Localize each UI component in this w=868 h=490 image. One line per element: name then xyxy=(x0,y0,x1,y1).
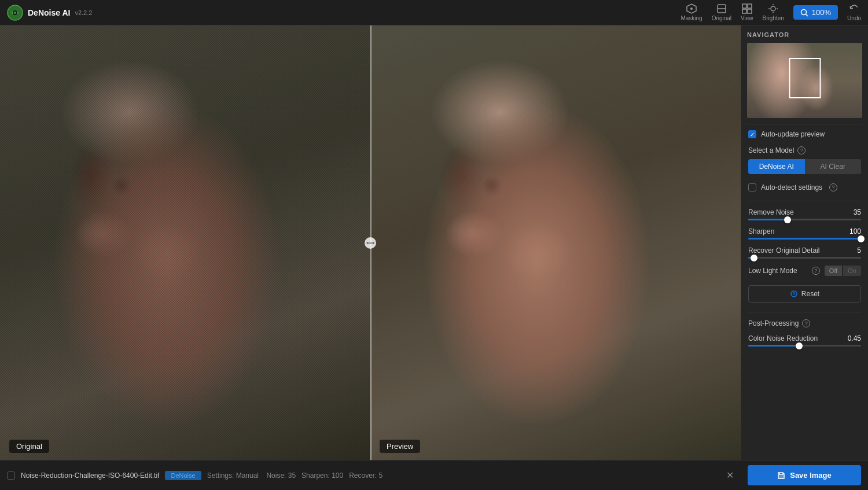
color-noise-header: Color Noise Reduction 0.45 xyxy=(748,334,861,342)
remove-noise-label: Remove Noise xyxy=(748,208,794,216)
navigator-section: NAVIGATOR xyxy=(741,25,868,124)
preview-panel: Preview xyxy=(370,25,741,460)
denoise-tag[interactable]: DeNoise xyxy=(165,471,201,480)
sharpen-fill xyxy=(748,238,861,240)
ai-clear-button[interactable]: AI Clear xyxy=(805,159,862,174)
auto-detect-help-icon[interactable]: ? xyxy=(829,183,837,191)
zoom-button[interactable]: 100% xyxy=(793,5,838,20)
save-label: Save Image xyxy=(790,471,832,480)
svg-rect-9 xyxy=(748,9,752,13)
settings-text: Settings: Manual Noise: 35 Sharpen: 100 … xyxy=(207,471,720,480)
post-processing-label: Post-Processing xyxy=(748,319,799,327)
color-noise-label: Color Noise Reduction xyxy=(748,334,818,342)
model-buttons: DeNoise AI AI Clear xyxy=(748,159,861,174)
remove-noise-track[interactable] xyxy=(748,219,861,220)
save-image-button[interactable]: Save Image xyxy=(748,465,861,485)
masking-tool[interactable]: Masking xyxy=(681,3,702,21)
preview-label: Preview xyxy=(380,440,420,453)
header-tools: Masking Original View xyxy=(681,3,861,21)
recover-detail-value: 5 xyxy=(844,246,861,255)
undo-icon xyxy=(849,3,859,14)
split-handle[interactable]: ⟺ xyxy=(365,237,376,249)
model-label-row: Select a Model ? xyxy=(748,146,861,154)
low-light-on-button[interactable]: On xyxy=(843,266,861,276)
image-viewer[interactable]: Original ⟺ Preview xyxy=(0,25,741,460)
app-logo-icon xyxy=(7,5,23,21)
auto-detect-row: Auto-detect settings ? xyxy=(748,183,861,191)
svg-rect-18 xyxy=(779,476,783,478)
controls-section: ✓ Auto-update preview Select a Model ? D… xyxy=(741,124,868,359)
view-tool[interactable]: View xyxy=(741,3,753,21)
zoom-icon xyxy=(800,9,808,17)
logo-area: DeNoise AI v2.2.2 xyxy=(7,5,92,21)
color-noise-track[interactable] xyxy=(748,345,861,347)
auto-update-checkbox[interactable]: ✓ xyxy=(748,130,756,138)
denoise-ai-button[interactable]: DeNoise AI xyxy=(748,159,805,174)
color-noise-thumb[interactable] xyxy=(796,342,803,349)
auto-detect-checkbox[interactable] xyxy=(748,183,756,191)
remove-noise-fill xyxy=(748,219,788,220)
spacer xyxy=(741,359,868,460)
svg-point-10 xyxy=(771,6,775,11)
navigator-thumbnail[interactable] xyxy=(747,43,862,118)
svg-rect-8 xyxy=(742,9,746,13)
checkbox-check-icon: ✓ xyxy=(750,131,755,138)
settings-manual: Settings: Manual xyxy=(207,471,259,480)
split-view: Original ⟺ Preview xyxy=(0,25,741,460)
recover-detail-header: Recover Original Detail 5 xyxy=(748,246,861,255)
low-light-row: Low Light Mode ? Off On xyxy=(748,266,861,276)
post-processing-title: Post-Processing ? xyxy=(748,319,861,327)
divider-2 xyxy=(748,201,861,201)
app-name: DeNoise AI xyxy=(28,8,70,17)
divider-3 xyxy=(748,312,861,312)
brighten-tool[interactable]: Brighten xyxy=(763,3,784,21)
original-image xyxy=(0,25,370,460)
low-light-toggle: Off On xyxy=(825,266,861,276)
brighten-label: Brighten xyxy=(763,15,784,21)
auto-detect-label: Auto-detect settings xyxy=(761,183,822,191)
svg-line-16 xyxy=(806,14,808,16)
remove-noise-group: Remove Noise 35 xyxy=(748,208,861,220)
undo-label: Undo xyxy=(847,15,861,21)
low-light-label: Low Light Mode xyxy=(748,267,812,275)
sharpen-track[interactable] xyxy=(748,238,861,240)
original-icon xyxy=(716,3,727,14)
svg-rect-6 xyxy=(742,4,746,8)
preview-image xyxy=(370,25,741,460)
brighten-icon xyxy=(768,3,778,14)
navigator-viewport[interactable] xyxy=(789,58,821,98)
undo-button[interactable]: Undo xyxy=(847,3,861,21)
view-icon xyxy=(742,3,752,14)
svg-point-15 xyxy=(801,9,806,14)
reset-button[interactable]: Reset xyxy=(748,285,861,303)
app-version: v2.2.2 xyxy=(75,9,92,16)
svg-rect-7 xyxy=(748,4,752,8)
close-bottom-button[interactable]: ✕ xyxy=(726,470,734,481)
file-name: Noise-Reduction-Challenge-ISO-6400-Edit.… xyxy=(21,471,159,480)
sharpen-value: 100 xyxy=(844,227,861,235)
color-noise-group: Color Noise Reduction 0.45 xyxy=(748,334,861,347)
remove-noise-header: Remove Noise 35 xyxy=(748,208,861,216)
remove-noise-thumb[interactable] xyxy=(784,216,791,223)
original-tool[interactable]: Original xyxy=(712,3,731,21)
original-panel: Original xyxy=(0,25,370,460)
masking-label: Masking xyxy=(681,15,702,21)
auto-update-row: ✓ Auto-update preview xyxy=(748,130,861,138)
recover-detail-label: Recover Original Detail xyxy=(748,246,819,255)
original-label: Original xyxy=(9,440,49,453)
reset-icon xyxy=(790,290,798,298)
low-light-help-icon[interactable]: ? xyxy=(812,267,820,275)
model-help-icon[interactable]: ? xyxy=(797,146,806,154)
file-checkbox[interactable] xyxy=(7,471,15,480)
header: DeNoise AI v2.2.2 Masking Original xyxy=(0,0,868,25)
post-processing-help-icon[interactable]: ? xyxy=(802,319,810,327)
view-label: View xyxy=(741,15,753,21)
sharpen-header: Sharpen 100 xyxy=(748,227,861,235)
low-light-off-button[interactable]: Off xyxy=(825,266,842,276)
recover-detail-thumb[interactable] xyxy=(751,255,757,261)
masking-icon xyxy=(686,3,697,14)
sharpen-thumb[interactable] xyxy=(858,235,865,242)
bottom-left: Noise-Reduction-Challenge-ISO-6400-Edit.… xyxy=(0,470,741,481)
right-panel: NAVIGATOR ✓ Auto-update preview Select a… xyxy=(741,25,868,460)
recover-detail-track[interactable] xyxy=(748,257,861,259)
